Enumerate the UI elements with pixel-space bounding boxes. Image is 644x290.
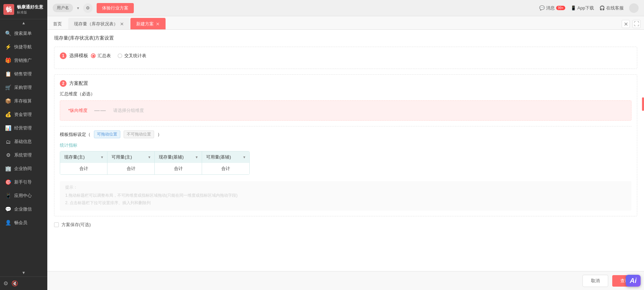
section1-num: 1 [60,52,67,59]
message-label: 消息 [546,5,555,11]
main-area: 用户名 ▾ ⚙ 体验行业方案 💬 消息 99+ 📱 App下载 🎧 在线客服 [47,0,644,290]
nav-item-label: 系统管理 [14,152,32,158]
scroll-up-arrow[interactable]: ▲ [0,19,47,27]
nav-item-label: 企业微信 [14,206,32,212]
footer: 取消 查询 [47,271,644,290]
stats-cell-0: 合计 [60,163,107,174]
nav-item-label: 快捷导航 [14,44,32,50]
sidebar-item-quick-nav[interactable]: ⚡ 快捷导航 [0,40,47,54]
message-button[interactable]: 💬 消息 99+ [539,5,565,11]
settings-icon[interactable]: ⚙ [3,280,8,287]
section-divider [60,126,631,126]
nav-item-label: 搜索菜单 [14,30,32,37]
online-service-label: 在线客服 [606,5,624,11]
radio-cross-circle [118,53,122,58]
tab-new-plan[interactable]: 新建方案 ✕ [130,18,166,29]
sidebar-item-enterprise-wechat[interactable]: 💬 企业微信 [0,202,47,216]
tabbar-right: ✕ ⛶ [622,20,644,29]
sidebar-item-sales[interactable]: 📋 销售管理 [0,67,47,81]
stats-table: 现存量(主) ▾ 可用量(主) ▾ 现存量(基辅) ▾ 可用量(基辅) ▾ [60,151,250,175]
sidebar-item-app-center[interactable]: 📱 应用中心 [0,189,47,202]
sidebar: 畅 畅康通好生意 标准版 ▲ 🔍 搜索菜单 ⚡ 快捷导航 🎁 营销推广 📋 销售… [0,0,47,290]
nav-item-label: 采购管理 [14,84,32,91]
tabbar: 首页 现存量（库存状况表） ✕ 新建方案 ✕ ✕ ⛶ [47,16,644,30]
settings-gear-button[interactable]: ⚙ [83,3,93,13]
app-download-label: App下载 [577,5,594,11]
sidebar-item-purchase[interactable]: 🛒 采购管理 [0,81,47,94]
chevron-down-icon-2: ▾ [196,155,198,160]
app-version: 标准版 [17,10,43,15]
sidebar-item-search[interactable]: 🔍 搜索菜单 [0,27,47,40]
stats-header-cell-1[interactable]: 可用量(主) ▾ [107,151,155,163]
radio-summary-circle [91,53,96,58]
nav-list: 🔍 搜索菜单 ⚡ 快捷导航 🎁 营销推广 📋 销售管理 🛒 采购管理 📦 库存核… [0,27,47,269]
ai-badge[interactable]: Ai [626,275,641,287]
stats-header-label-2: 现存量(基辅) [159,154,184,160]
app-download-button[interactable]: 📱 App下载 [571,5,594,11]
tab-inventory[interactable]: 现存量（库存状况表） ✕ [68,18,130,29]
stats-body-row: 合计 合计 合计 合计 [60,163,249,174]
marketing-icon: 🎁 [5,57,11,64]
tab-new-plan-close-icon[interactable]: ✕ [156,22,160,26]
tab-expand-button[interactable]: ⛶ [633,20,641,28]
cancel-button[interactable]: 取消 [583,275,608,287]
sidebar-item-marketing[interactable]: 🎁 营销推广 [0,54,47,67]
nav-item-label: 企业协同 [14,166,32,172]
tab-home[interactable]: 首页 [47,18,68,29]
stats-header-cell-3[interactable]: 可用量(基辅) ▾ [202,151,249,163]
stats-header-cell-2[interactable]: 现存量(基辅) ▾ [155,151,202,163]
tab-inventory-close-icon[interactable]: ✕ [120,22,124,26]
basic-info-icon: 🗂 [5,138,11,145]
logo-icon: 畅 [3,4,14,15]
radio-summary[interactable]: 汇总表 [91,53,111,59]
sidebar-item-member[interactable]: 👤 畅会员 [0,216,47,229]
section1-title: 选择模板 [69,53,88,59]
dimension-selection-area[interactable]: *纵向维度 —— 请选择分组维度 [60,100,631,121]
operations-icon: 📊 [5,125,11,131]
new-guide-icon: 🎯 [5,179,11,186]
tab-close-button[interactable]: ✕ [622,20,630,28]
save-option-row: 方案保存(可选) [54,222,637,228]
sales-icon: 📋 [5,71,11,77]
nav-item-label: 应用中心 [14,193,32,199]
logo-text: 畅康通好生意 标准版 [17,4,43,15]
save-checkbox[interactable] [54,222,59,227]
section2-num: 2 [60,80,67,87]
purchase-icon: 🛒 [5,84,11,91]
sidebar-item-enterprise[interactable]: 🏢 企业协同 [0,162,47,175]
chevron-down-icon-3: ▾ [243,155,245,160]
sidebar-item-new-guide[interactable]: 🎯 新手引导 [0,175,47,189]
online-service-button[interactable]: 🎧 在线客服 [599,5,624,11]
stats-title: 统计指标 [60,142,631,148]
chevron-down-icon-1: ▾ [148,155,150,160]
user-name: 用户名 [57,5,69,10]
user-display[interactable]: 用户名 [53,4,73,12]
nav-item-label: 新手引导 [14,179,32,185]
section2-title: 方案配置 [69,80,88,87]
member-icon: 👤 [5,219,11,226]
scroll-indicator[interactable] [642,97,644,111]
save-option-label: 方案保存(可选) [61,222,91,228]
stats-header-row: 现存量(主) ▾ 可用量(主) ▾ 现存量(基辅) ▾ 可用量(基辅) ▾ [60,151,249,163]
sidebar-item-inventory[interactable]: 📦 库存核算 [0,94,47,108]
sidebar-item-finance[interactable]: 💰 资金管理 [0,108,47,121]
topbar-right: 💬 消息 99+ 📱 App下载 🎧 在线客服 [539,3,639,13]
message-badge: 99+ [556,6,565,10]
gear-icon: ⚙ [86,5,90,10]
user-dropdown-icon[interactable]: ▾ [77,6,79,10]
scroll-down-arrow[interactable]: ▼ [0,269,47,276]
mute-icon[interactable]: 🔇 [11,280,18,287]
tips-title: 提示： [65,185,626,190]
radio-cross[interactable]: 交叉统计表 [118,53,146,59]
page-title: 现存量(库存状况表)方案设置 [54,35,637,41]
user-avatar[interactable] [629,3,639,13]
stats-header-cell-0[interactable]: 现存量(主) ▾ [60,151,107,163]
tips-area: 提示： 1.拖动标题栏可以调整布局，不可跨维度或指标区域拖动(只能在同一维度或指… [60,181,631,211]
radio-cross-label: 交叉统计表 [124,53,146,59]
sidebar-bottom: ⚙ 🔇 [0,276,47,290]
sidebar-item-operations[interactable]: 📊 经营管理 [0,121,47,135]
sidebar-item-system[interactable]: ⚙ 系统管理 [0,148,47,162]
nav-item-label: 畅会员 [14,220,27,226]
sidebar-item-basic-info[interactable]: 🗂 基础信息 [0,135,47,148]
trial-industry-button[interactable]: 体验行业方案 [97,3,134,13]
